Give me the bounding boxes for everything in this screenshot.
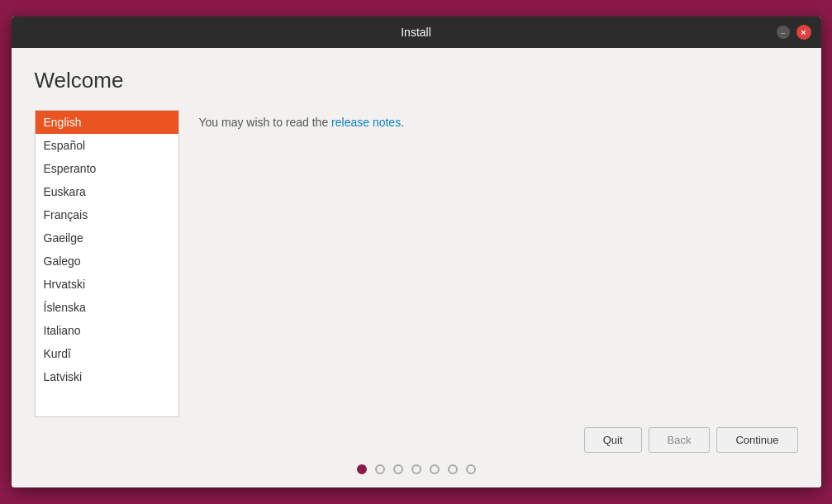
release-notes-link[interactable]: release notes bbox=[331, 116, 401, 129]
language-item-galego[interactable]: Galego bbox=[36, 250, 178, 273]
minimize-button[interactable]: – bbox=[777, 26, 790, 39]
back-button[interactable]: Back bbox=[649, 427, 711, 453]
progress-dots bbox=[35, 464, 798, 474]
close-icon: × bbox=[801, 27, 806, 37]
language-item-hrvatski[interactable]: Hrvatski bbox=[36, 273, 178, 296]
progress-dot-4 bbox=[411, 464, 421, 474]
quit-button[interactable]: Quit bbox=[584, 427, 642, 453]
language-item-latviski[interactable]: Latviski bbox=[36, 365, 178, 388]
info-text-suffix: . bbox=[401, 116, 404, 129]
language-item-français[interactable]: Français bbox=[36, 203, 178, 226]
progress-dot-1 bbox=[357, 464, 367, 474]
titlebar: Install – × bbox=[12, 17, 821, 48]
language-item-esperanto[interactable]: Esperanto bbox=[36, 157, 178, 180]
language-item-english[interactable]: English bbox=[36, 111, 178, 134]
window-body: Welcome EnglishEspañolEsperantoEuskaraFr… bbox=[12, 48, 821, 487]
install-window: Install – × Welcome EnglishEspañolEspera… bbox=[12, 17, 821, 487]
language-list[interactable]: EnglishEspañolEsperantoEuskaraFrançaisGa… bbox=[35, 110, 179, 417]
page-title: Welcome bbox=[35, 68, 798, 93]
window-title: Install bbox=[401, 26, 431, 39]
info-text: You may wish to read the release notes. bbox=[199, 113, 798, 131]
language-item-español[interactable]: Español bbox=[36, 134, 178, 157]
progress-dot-5 bbox=[430, 464, 440, 474]
close-button[interactable]: × bbox=[796, 25, 811, 40]
progress-dot-7 bbox=[466, 464, 476, 474]
content-area: EnglishEspañolEsperantoEuskaraFrançaisGa… bbox=[35, 110, 798, 417]
progress-dot-6 bbox=[448, 464, 458, 474]
continue-button[interactable]: Continue bbox=[716, 427, 797, 453]
language-item-kurdî[interactable]: Kurdî bbox=[36, 342, 178, 365]
language-item-íslenska[interactable]: Íslenska bbox=[36, 296, 178, 319]
progress-dot-2 bbox=[375, 464, 385, 474]
right-panel: You may wish to read the release notes. bbox=[199, 110, 798, 417]
minimize-icon: – bbox=[781, 28, 786, 37]
language-item-italiano[interactable]: Italiano bbox=[36, 319, 178, 342]
button-row: Quit Back Continue bbox=[35, 427, 798, 453]
info-text-prefix: You may wish to read the bbox=[199, 116, 332, 129]
bottom-area: Quit Back Continue bbox=[35, 427, 798, 474]
language-item-euskara[interactable]: Euskara bbox=[36, 180, 178, 203]
titlebar-controls: – × bbox=[777, 25, 811, 40]
language-item-gaeilge[interactable]: Gaeilge bbox=[36, 226, 178, 250]
progress-dot-3 bbox=[393, 464, 403, 474]
